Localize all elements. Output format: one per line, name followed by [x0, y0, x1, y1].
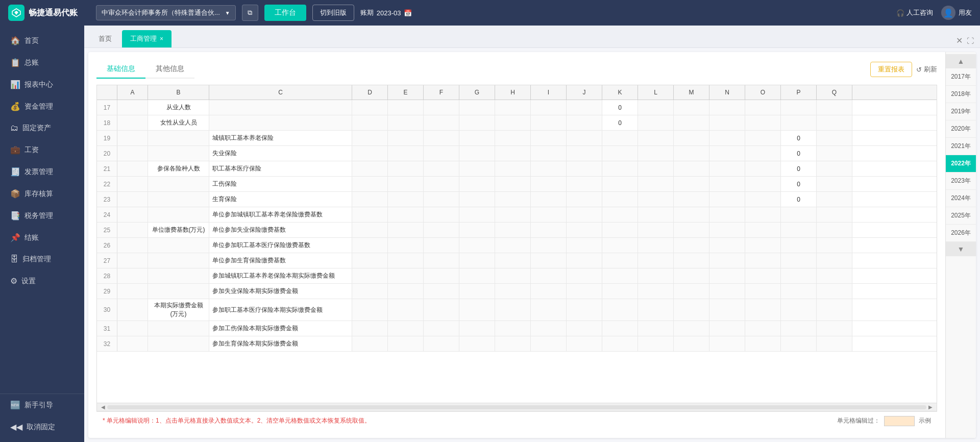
cell-27q[interactable]: [817, 253, 852, 268]
cell-27d[interactable]: [352, 253, 388, 268]
cell-27i[interactable]: [531, 253, 567, 268]
cell-24i[interactable]: [531, 207, 567, 222]
cell-21f[interactable]: [424, 161, 459, 176]
cell-28n[interactable]: [709, 268, 745, 283]
cell-19o[interactable]: [745, 131, 781, 145]
cell-25h[interactable]: [495, 223, 531, 237]
cell-29p[interactable]: [781, 284, 817, 299]
cell-21c[interactable]: 职工基本医疗保险: [209, 161, 352, 176]
sidebar-item-inventory[interactable]: 📦 库存核算: [0, 183, 84, 205]
cell-17p[interactable]: [781, 100, 817, 115]
copy-button[interactable]: ⧉: [242, 5, 258, 21]
cell-28q[interactable]: [817, 268, 852, 283]
cell-28g[interactable]: [459, 268, 495, 283]
cell-22q[interactable]: [817, 177, 852, 191]
cell-19k[interactable]: [602, 131, 638, 145]
cell-26n[interactable]: [709, 238, 745, 253]
cell-20o[interactable]: [745, 146, 781, 161]
cell-27e[interactable]: [388, 253, 424, 268]
cell-23c[interactable]: 生育保险: [209, 192, 352, 207]
cell-27j[interactable]: [567, 253, 602, 268]
maximize-icon[interactable]: ⛶: [967, 37, 974, 45]
cell-26e[interactable]: [388, 238, 424, 253]
cell-27h[interactable]: [495, 253, 531, 268]
cell-32i[interactable]: [531, 336, 567, 351]
cell-17a[interactable]: [117, 100, 148, 115]
table-row[interactable]: 27 单位参加生育保险缴费基数: [97, 253, 937, 268]
cell-25d[interactable]: [352, 223, 388, 237]
calendar-icon[interactable]: 📅: [404, 9, 412, 17]
cell-26g[interactable]: [459, 238, 495, 253]
cell-22g[interactable]: [459, 177, 495, 191]
cell-30n[interactable]: [709, 299, 745, 321]
table-row[interactable]: 31 参加工伤保险本期实际缴费金额: [97, 321, 937, 336]
table-row[interactable]: 23 生育保险: [97, 192, 937, 207]
cell-22l[interactable]: [638, 177, 674, 191]
cell-26k[interactable]: [602, 238, 638, 253]
cell-31d[interactable]: [352, 321, 388, 336]
old-version-button[interactable]: 切到旧版: [312, 5, 354, 21]
cell-20j[interactable]: [567, 146, 602, 161]
sidebar-item-tax[interactable]: 📑 税务管理: [0, 205, 84, 227]
cell-32n[interactable]: [709, 336, 745, 351]
cell-24e[interactable]: [388, 207, 424, 222]
cell-32h[interactable]: [495, 336, 531, 351]
cell-32g[interactable]: [459, 336, 495, 351]
cell-31g[interactable]: [459, 321, 495, 336]
cell-26j[interactable]: [567, 238, 602, 253]
cell-25i[interactable]: [531, 223, 567, 237]
cell-17f[interactable]: [424, 100, 459, 115]
cell-26i[interactable]: [531, 238, 567, 253]
cell-29l[interactable]: [638, 284, 674, 299]
cell-19h[interactable]: [495, 131, 531, 145]
cell-25g[interactable]: [459, 223, 495, 237]
year-item-2017[interactable]: 2017年: [946, 68, 976, 86]
cell-21i[interactable]: [531, 161, 567, 176]
cell-31n[interactable]: [709, 321, 745, 336]
cell-29o[interactable]: [745, 284, 781, 299]
cell-19f[interactable]: [424, 131, 459, 145]
cell-23j[interactable]: [567, 192, 602, 207]
cell-22o[interactable]: [745, 177, 781, 191]
cell-19d[interactable]: [352, 131, 388, 145]
cell-21a[interactable]: [117, 161, 148, 176]
cell-24c[interactable]: 单位参加城镇职工基本养老保险缴费基数: [209, 207, 352, 222]
cell-31o[interactable]: [745, 321, 781, 336]
cell-31m[interactable]: [674, 321, 709, 336]
cell-28d[interactable]: [352, 268, 388, 283]
cell-21k[interactable]: [602, 161, 638, 176]
cell-26m[interactable]: [674, 238, 709, 253]
cell-28b[interactable]: [148, 268, 209, 283]
cell-28l[interactable]: [638, 268, 674, 283]
cell-27f[interactable]: [424, 253, 459, 268]
cell-18a[interactable]: [117, 115, 148, 130]
company-selector[interactable]: 中审众环会计师事务所（特殊普通合伙... ▼: [96, 5, 236, 20]
cell-19j[interactable]: [567, 131, 602, 145]
cell-28m[interactable]: [674, 268, 709, 283]
cell-18q[interactable]: [817, 115, 852, 130]
cell-18h[interactable]: [495, 115, 531, 130]
cell-28p[interactable]: [781, 268, 817, 283]
cell-18d[interactable]: [352, 115, 388, 130]
cell-22b[interactable]: [148, 177, 209, 191]
cell-32f[interactable]: [424, 336, 459, 351]
service-button[interactable]: 🎧 人工咨询: [896, 8, 933, 17]
table-row[interactable]: 29 参加失业保险本期实际缴费金额: [97, 284, 937, 299]
cell-23a[interactable]: [117, 192, 148, 207]
cell-22n[interactable]: [709, 177, 745, 191]
cell-19a[interactable]: [117, 131, 148, 145]
cell-18n[interactable]: [709, 115, 745, 130]
table-row[interactable]: 32 参加生育保险本期实际缴费金额: [97, 336, 937, 352]
table-row[interactable]: 18 女性从业人员 0: [97, 115, 937, 131]
cell-23q[interactable]: [817, 192, 852, 207]
cell-27m[interactable]: [674, 253, 709, 268]
cell-19i[interactable]: [531, 131, 567, 145]
cell-18c[interactable]: [209, 115, 352, 130]
cell-28e[interactable]: [388, 268, 424, 283]
cell-31k[interactable]: [602, 321, 638, 336]
cell-29f[interactable]: [424, 284, 459, 299]
cell-25e[interactable]: [388, 223, 424, 237]
cell-21h[interactable]: [495, 161, 531, 176]
sidebar-item-reports[interactable]: 📊 报表中心: [0, 73, 84, 95]
cell-20h[interactable]: [495, 146, 531, 161]
